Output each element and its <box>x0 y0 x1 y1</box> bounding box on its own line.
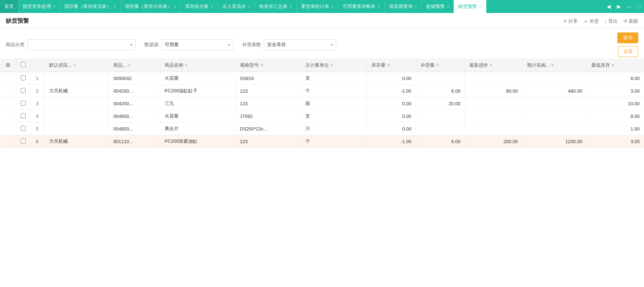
row-checkbox-2[interactable] <box>21 101 26 106</box>
th-product-code[interactable]: 商品... ⇅ <box>109 58 160 72</box>
sort-stock-icon: ⇅ <box>387 63 390 67</box>
replenish-base-label: 补货基数 <box>242 41 261 48</box>
select-all-checkbox[interactable] <box>21 62 26 67</box>
th-unit[interactable]: 主计量单位 ⇅ <box>301 58 367 72</box>
replenish-icon: ＋ <box>583 18 588 25</box>
table-gear-icon[interactable]: ⚙ <box>5 62 10 68</box>
product-category-select[interactable]: ▾ <box>27 39 136 50</box>
td-replenish-5: 6.00 <box>416 135 465 148</box>
td-check-2[interactable] <box>16 97 30 110</box>
td-unit-3: 支 <box>301 110 367 123</box>
datasource-select[interactable]: 可用量 ▾ <box>161 39 234 50</box>
th-spec-model[interactable]: 规格型号 ⇅ <box>235 58 301 72</box>
window-maximize-btn[interactable]: □ <box>634 0 644 13</box>
td-spec-2: 123 <box>235 97 301 110</box>
td-check-0[interactable] <box>16 72 30 85</box>
tab-inventory-status[interactable]: 现存量（库存状况表） × <box>60 0 120 13</box>
td-settings-0 <box>0 72 16 85</box>
td-check-1[interactable] <box>16 85 30 97</box>
sort-replenish-icon: ⇅ <box>436 63 439 67</box>
tab-available-book[interactable]: 可用量库存账本 × <box>338 0 384 13</box>
close-tab-expiry-query[interactable]: × <box>415 4 417 9</box>
tab-order-stats[interactable]: 要货单统计表 × <box>297 0 338 13</box>
tab-batch-account[interactable]: 库存批次账 × <box>181 0 218 13</box>
close-tab-receive-summary[interactable]: × <box>290 4 292 9</box>
replenish-base-select[interactable]: 安全库存 ▾ <box>264 39 336 50</box>
tab-bar: 首页 拣货异常处理 × 现存量（库存状况表） × 现存量（库存分布表） × 库存… <box>0 0 644 13</box>
refresh-action[interactable]: ↺ 刷新 <box>623 18 638 25</box>
th-est-purchase[interactable]: 预计采购... ⇅ <box>522 58 587 72</box>
window-minimize-btn[interactable]: — <box>624 0 634 13</box>
export-action[interactable]: ↓ 导出 <box>605 18 618 25</box>
td-spec-0: SS816 <box>235 72 301 85</box>
td-unit-2: 箱 <box>301 97 367 110</box>
td-check-4[interactable] <box>16 123 30 135</box>
table-row: 1 0000042 火花塞 SS816 支 0.00 8.00 <box>0 72 644 85</box>
td-stock-2: 0.00 <box>367 97 416 110</box>
tab-exception[interactable]: 拣货异常处理 × <box>18 0 60 13</box>
row-checkbox-5[interactable] <box>21 138 26 144</box>
td-index-3: 4 <box>30 110 44 123</box>
td-est-5: 1200.00 <box>522 135 587 148</box>
row-checkbox-3[interactable] <box>21 113 26 118</box>
td-code-5: 801110... <box>109 135 160 148</box>
close-tab-inventory-dist[interactable]: × <box>174 4 176 9</box>
datasource-group: 数据源 可用量 ▾ <box>144 39 234 50</box>
export-icon: ↓ <box>605 18 607 24</box>
th-product-name[interactable]: 商品名称 ⇅ <box>160 58 235 72</box>
close-tab-inventory-status[interactable]: × <box>113 4 116 9</box>
tab-inout-flow[interactable]: 出入库流水 × <box>218 0 255 13</box>
share-action[interactable]: ↗ 分享 <box>563 18 578 25</box>
tab-expiry-query[interactable]: 保质期查询 × <box>385 0 422 13</box>
th-settings[interactable]: ⚙ <box>0 58 16 72</box>
tab-next-btn[interactable]: ▶ <box>614 0 624 13</box>
datasource-arrow-icon: ▾ <box>228 43 230 47</box>
th-index <box>30 58 44 72</box>
td-check-3[interactable] <box>16 110 30 123</box>
close-tab-order-stats[interactable]: × <box>331 4 334 9</box>
row-checkbox-4[interactable] <box>21 126 26 131</box>
close-tab-shortage[interactable]: × <box>479 4 481 9</box>
query-button[interactable]: 查询 <box>617 32 638 43</box>
td-code-3: 004600... <box>109 110 160 123</box>
th-latest-price[interactable]: 最新进价 ⇅ <box>465 58 522 72</box>
tab-inventory-dist[interactable]: 现存量（库存分布表） × <box>121 0 181 13</box>
td-min-5: 3.00 <box>587 135 644 148</box>
sort-price-icon: ⇅ <box>489 63 492 67</box>
row-checkbox-0[interactable] <box>21 75 26 80</box>
tab-prev-btn[interactable]: ◀ <box>604 0 614 13</box>
td-check-5[interactable] <box>16 135 30 148</box>
td-replenish-0 <box>416 72 465 85</box>
td-supplier-2 <box>44 97 109 110</box>
product-category-arrow-icon: ▾ <box>130 43 132 47</box>
sort-code-icon: ⇅ <box>128 63 131 67</box>
replenish-action[interactable]: ＋ 补货 <box>583 18 599 25</box>
td-code-4: 004800... <box>109 123 160 135</box>
td-code-0: 0000042 <box>109 72 160 85</box>
td-est-1: 480.00 <box>522 85 587 97</box>
td-unit-5: 个 <box>301 135 367 148</box>
td-index-4: 5 <box>30 123 44 135</box>
th-stock-qty[interactable]: 库存量 ⇅ <box>367 58 416 72</box>
sort-spec-icon: ⇅ <box>260 63 263 67</box>
td-stock-1: -1.00 <box>367 85 416 97</box>
td-code-1: 004200... <box>109 85 160 97</box>
tab-receive-summary[interactable]: 收发存汇总表 × <box>255 0 296 13</box>
td-min-4: 1.00 <box>587 123 644 135</box>
row-checkbox-1[interactable] <box>21 88 26 93</box>
td-min-2: 10.00 <box>587 97 644 110</box>
tab-overstock[interactable]: 超储预警 × <box>422 0 454 13</box>
th-default-supplier[interactable]: 默认供应... ⇅ <box>44 58 109 72</box>
td-stock-5: -1.00 <box>367 135 416 148</box>
close-tab-available-book[interactable]: × <box>378 4 380 9</box>
close-tab-inout-flow[interactable]: × <box>248 4 250 9</box>
settings-button[interactable]: 设置 <box>618 46 638 57</box>
tab-home[interactable]: 首页 <box>0 0 18 13</box>
close-tab-batch-account[interactable]: × <box>211 4 213 9</box>
close-tab-overstock[interactable]: × <box>447 4 449 9</box>
tab-shortage[interactable]: 缺货预警 × <box>454 0 486 13</box>
sort-unit-icon: ⇅ <box>330 63 333 67</box>
th-replenish-qty[interactable]: 补货量 ⇅ <box>416 58 465 72</box>
th-min-stock[interactable]: 最低库存 ⇅ <box>587 58 644 72</box>
close-tab-exception[interactable]: × <box>53 4 55 9</box>
